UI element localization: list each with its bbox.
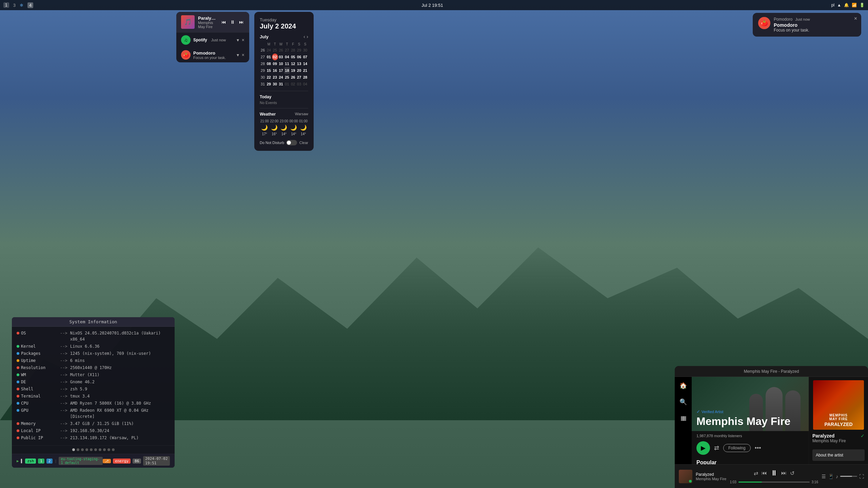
- dnd-toggle[interactable]: [286, 140, 297, 145]
- np-repeat-button[interactable]: ↺: [790, 470, 794, 476]
- np-progress: 1:03 3:16: [730, 480, 818, 484]
- cal-day[interactable]: 25: [272, 47, 278, 54]
- page-dot-2[interactable]: [81, 448, 84, 451]
- page-dot-8[interactable]: [107, 448, 110, 451]
- np-device-button[interactable]: 📱: [828, 474, 834, 479]
- np-shuffle-button[interactable]: ⇄: [754, 470, 758, 476]
- cal-next-month[interactable]: ›: [307, 34, 308, 39]
- close-notif-icon[interactable]: ×: [242, 52, 244, 58]
- page-dot-1[interactable]: [77, 448, 79, 451]
- cal-day[interactable]: 03: [278, 54, 284, 60]
- sysinfo-arrow: -->: [60, 428, 67, 434]
- week-number: 30: [260, 74, 266, 81]
- spotify-library-icon[interactable]: ▓▓: [678, 413, 688, 423]
- cal-day[interactable]: 03: [296, 81, 302, 87]
- cal-day[interactable]: 18: [284, 67, 290, 74]
- prev-button[interactable]: ⏮: [221, 19, 227, 25]
- cal-day[interactable]: 27: [284, 47, 290, 54]
- cal-day[interactable]: 29: [296, 47, 302, 54]
- cal-day[interactable]: 19: [290, 67, 296, 74]
- play-button[interactable]: ▶: [696, 441, 710, 455]
- page-dot-3[interactable]: [85, 448, 88, 451]
- expand-icon[interactable]: ▾: [237, 52, 239, 58]
- page-dot-9[interactable]: [112, 448, 115, 451]
- np-queue-button[interactable]: ☰: [822, 474, 826, 479]
- cal-day[interactable]: 04: [284, 54, 290, 60]
- close-icon[interactable]: ×: [242, 37, 244, 43]
- workspace-1[interactable]: 1: [3, 2, 9, 8]
- cal-day[interactable]: 17: [278, 67, 284, 74]
- cal-day[interactable]: 13: [296, 60, 302, 67]
- np-next-button[interactable]: ⏭: [781, 470, 787, 476]
- cal-day[interactable]: 24: [266, 47, 272, 54]
- tag-tab1[interactable]: 1: [38, 459, 44, 464]
- next-button[interactable]: ⏭: [238, 19, 244, 25]
- cal-day[interactable]: 04: [302, 81, 308, 87]
- cal-day[interactable]: 25: [284, 74, 290, 81]
- spotify-home-icon[interactable]: 🏠: [678, 381, 688, 390]
- page-dot-4[interactable]: [90, 448, 93, 451]
- workspace-3[interactable]: 3: [13, 3, 16, 8]
- cal-day[interactable]: 30: [302, 47, 308, 54]
- weather-icon-1: 🌙: [270, 124, 279, 131]
- sysinfo-dot: [17, 345, 19, 348]
- cal-day[interactable]: 06: [296, 54, 302, 60]
- cal-day[interactable]: 12: [290, 60, 296, 67]
- sysinfo-key-label: DE: [21, 379, 26, 385]
- np-fullscreen-button[interactable]: ⛶: [859, 474, 864, 479]
- cal-day[interactable]: 02: [272, 54, 278, 60]
- cal-day[interactable]: 16: [272, 67, 278, 74]
- cal-prev-month[interactable]: ‹: [303, 34, 305, 39]
- more-button[interactable]: •••: [755, 445, 761, 452]
- cal-day[interactable]: 05: [290, 54, 296, 60]
- close-icon[interactable]: ×: [854, 16, 857, 22]
- np-lyrics-button[interactable]: ♪: [836, 474, 838, 479]
- cal-day[interactable]: 02: [290, 81, 296, 87]
- np-progress-bar[interactable]: [738, 482, 810, 483]
- cal-day[interactable]: 24: [278, 74, 284, 81]
- pause-button[interactable]: ⏸: [230, 19, 236, 25]
- cal-day[interactable]: 21: [302, 67, 308, 74]
- cal-day[interactable]: 08: [266, 60, 272, 67]
- page-dot-5[interactable]: [94, 448, 97, 451]
- cal-day[interactable]: 28: [290, 47, 296, 54]
- cal-day[interactable]: 22: [266, 74, 272, 81]
- cal-day[interactable]: 14: [302, 60, 308, 67]
- np-prev-button[interactable]: ⏮: [762, 470, 767, 476]
- cal-no-events: No Events: [260, 101, 308, 105]
- cal-day[interactable]: 09: [272, 60, 278, 67]
- workspace-num-4[interactable]: 4: [27, 2, 33, 8]
- cal-day[interactable]: 26: [290, 74, 296, 81]
- clear-button[interactable]: Clear: [299, 141, 308, 145]
- np-volume-bar[interactable]: [840, 476, 857, 477]
- cal-day[interactable]: 26: [278, 47, 284, 54]
- cal-weekday-t: T: [272, 42, 278, 47]
- np-pause-button[interactable]: ⏸: [770, 469, 778, 477]
- tag-tab2[interactable]: 2: [46, 459, 53, 464]
- chevron-down-icon[interactable]: ▾: [237, 37, 239, 43]
- page-dot-7[interactable]: [103, 448, 106, 451]
- shuffle-button[interactable]: ⇄: [714, 444, 719, 452]
- cal-day[interactable]: 07: [302, 54, 308, 60]
- sysinfo-arrow: -->: [60, 343, 67, 349]
- cal-day[interactable]: 01: [266, 54, 272, 60]
- cal-day[interactable]: 15: [266, 67, 272, 74]
- np-playing-dot: [689, 480, 692, 483]
- page-dot-0[interactable]: [72, 448, 75, 451]
- cal-day[interactable]: 10: [278, 60, 284, 67]
- spotify-search-icon[interactable]: 🔍: [678, 397, 688, 407]
- page-dot-6[interactable]: [99, 448, 101, 451]
- following-button[interactable]: Following: [723, 444, 751, 452]
- cal-day[interactable]: 29: [266, 81, 272, 87]
- cal-day[interactable]: 20: [296, 67, 302, 74]
- about-artist-button[interactable]: About the artist: [812, 449, 865, 461]
- cal-day[interactable]: 01: [284, 81, 290, 87]
- cal-day[interactable]: 28: [302, 74, 308, 81]
- cal-day[interactable]: 23: [272, 74, 278, 81]
- cal-day[interactable]: 31: [278, 81, 284, 87]
- notification-icon[interactable]: 🔔: [844, 3, 849, 7]
- cal-day[interactable]: 11: [284, 60, 290, 67]
- sysinfo-arrow: -->: [60, 365, 67, 371]
- cal-day[interactable]: 27: [296, 74, 302, 81]
- cal-day[interactable]: 30: [272, 81, 278, 87]
